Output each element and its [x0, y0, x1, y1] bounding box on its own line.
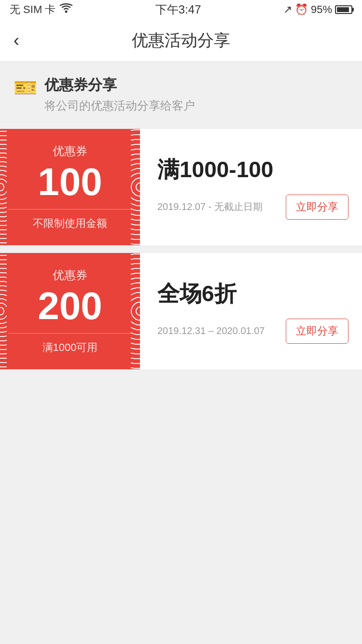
- coupon-date: 2019.12.31 – 2020.01.07: [157, 325, 280, 336]
- coupon-condition: 满1000可用: [42, 340, 98, 355]
- carrier-text: 无 SIM 卡: [10, 2, 56, 17]
- coupon-date: 2019.12.07 - 无截止日期: [157, 200, 280, 213]
- page-title: 优惠活动分享: [132, 29, 230, 52]
- coupon-meta: 2019.12.31 – 2020.01.07 立即分享: [157, 319, 348, 344]
- back-button[interactable]: ‹: [14, 30, 19, 51]
- coupon-type: 优惠券: [53, 267, 87, 283]
- coupon-card: 优惠券 100 不限制使用金额 满1000-100 2019.12.07 - 无…: [0, 129, 362, 245]
- nav-bar: ‹ 优惠活动分享: [0, 19, 362, 62]
- svg-point-0: [65, 11, 68, 13]
- section-title: 优惠券分享: [44, 75, 195, 95]
- coupon-type: 优惠券: [53, 143, 87, 159]
- share-button[interactable]: 立即分享: [286, 319, 348, 344]
- location-icon: ↗: [283, 3, 292, 16]
- coupons-container: 优惠券 100 不限制使用金额 满1000-100 2019.12.07 - 无…: [0, 121, 362, 385]
- coupon-divider: [8, 333, 132, 334]
- section-subtitle: 将公司的优惠活动分享给客户: [44, 98, 195, 113]
- coupon-left: 优惠券 100 不限制使用金额: [0, 129, 140, 245]
- coupon-right: 全场6折 2019.12.31 – 2020.01.07 立即分享: [140, 253, 362, 369]
- coupon-left: 优惠券 200 满1000可用: [0, 253, 140, 369]
- coupon-right: 满1000-100 2019.12.07 - 无截止日期 立即分享: [140, 129, 362, 245]
- coupon-share-icon: 🎫: [14, 76, 38, 99]
- status-bar: 无 SIM 卡 下午3:47 ↗ ⏰ 95%: [0, 0, 362, 19]
- share-button[interactable]: 立即分享: [286, 195, 348, 220]
- coupon-divider: [8, 209, 132, 210]
- status-time: 下午3:47: [155, 2, 201, 17]
- coupon-amount: 100: [38, 163, 102, 201]
- section-header: 🎫 优惠券分享 将公司的优惠活动分享给客户: [0, 62, 362, 121]
- wifi-icon: [59, 3, 73, 16]
- coupon-condition: 不限制使用金额: [33, 216, 107, 231]
- section-text: 优惠券分享 将公司的优惠活动分享给客户: [44, 75, 195, 113]
- battery-percent: 95%: [311, 3, 332, 16]
- coupon-title: 满1000-100: [157, 155, 348, 185]
- empty-area: [0, 385, 362, 626]
- alarm-icon: ⏰: [295, 3, 308, 16]
- coupon-amount: 200: [38, 287, 102, 325]
- coupon-title: 全场6折: [157, 279, 348, 309]
- coupon-meta: 2019.12.07 - 无截止日期 立即分享: [157, 195, 348, 220]
- battery-icon: [335, 5, 352, 14]
- status-right: ↗ ⏰ 95%: [283, 3, 352, 16]
- coupon-card: 优惠券 200 满1000可用 全场6折 2019.12.31 – 2020.0…: [0, 253, 362, 369]
- status-left: 无 SIM 卡: [10, 2, 73, 17]
